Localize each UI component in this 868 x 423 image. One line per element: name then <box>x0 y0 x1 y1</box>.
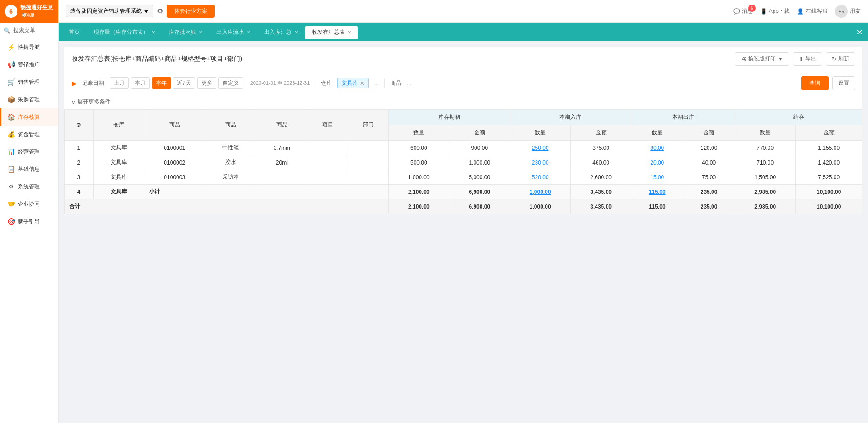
system-selector[interactable]: 装备及固定资产辅助管理系统 ▼ <box>66 5 153 17</box>
cell-in-qty-2[interactable]: 520.00 <box>510 170 570 185</box>
notification-badge: 6 <box>748 5 756 12</box>
subtotal-label: 小计 <box>144 185 389 199</box>
expand-arrow[interactable]: ▶ <box>72 80 77 87</box>
tabbar-close-icon[interactable]: ✕ <box>855 26 864 38</box>
nav-icon-8: ⚙ <box>7 182 15 191</box>
gear-settings-icon[interactable]: ⚙ <box>157 7 163 16</box>
expand-conditions-bar[interactable]: ∨ 展开更多条件 <box>64 95 862 109</box>
app-download-item[interactable]: 📱 App下载 <box>760 7 790 15</box>
date-btn-7days[interactable]: 近7天 <box>173 77 195 89</box>
print-button[interactable]: 🖨 换装版打印 ▼ <box>735 52 789 66</box>
online-service-item[interactable]: 👤 在线客服 <box>797 7 828 15</box>
cell-opening-amount-1: 1,000.00 <box>449 155 510 170</box>
tab-5[interactable]: 收发存汇总表✕ <box>305 26 358 39</box>
notification-icon-item[interactable]: 💬 消息 6 <box>733 7 753 15</box>
refresh-button[interactable]: ↻ 刷新 <box>826 52 855 66</box>
topbar-left: 装备及固定资产辅助管理系统 ▼ ⚙ 体验行业方案 <box>66 5 215 18</box>
tab-close-2[interactable]: ✕ <box>199 30 203 35</box>
nav-label-7: 基础信息 <box>18 165 40 173</box>
nav-icon-2: 🛒 <box>7 78 15 86</box>
total-out-amount: 235.00 <box>683 199 735 214</box>
col-goods-code-header: 商品 <box>144 110 205 141</box>
date-btn-more[interactable]: 更多 <box>197 77 216 89</box>
nav-label-4: 库存核算 <box>18 113 40 121</box>
col-opening-group-header: 库存期初 <box>388 110 510 125</box>
col-settings[interactable]: ⚙ <box>65 110 94 141</box>
nav-label-10: 新手引导 <box>18 218 40 225</box>
date-btn-last-month[interactable]: 上月 <box>110 77 129 89</box>
date-btn-custom[interactable]: 自定义 <box>218 77 243 89</box>
col-out-group-header: 本期出库 <box>631 110 735 125</box>
subtotal-closing-qty: 2,985.00 <box>735 185 796 199</box>
date-btn-this-month[interactable]: 本月 <box>131 77 150 89</box>
user-item[interactable]: Ea 用友 <box>835 5 861 18</box>
sidebar-item-企业协同[interactable]: 🤝企业协同 <box>0 195 58 213</box>
tab-close-1[interactable]: ✕ <box>151 30 155 35</box>
chevron-down-icon: ∨ <box>72 99 76 105</box>
sidebar-item-经营管理[interactable]: 📊经营管理 <box>0 143 58 160</box>
subtotal-out-qty[interactable]: 115.00 <box>631 185 683 199</box>
cell-warehouse-0: 文具库 <box>93 141 144 155</box>
print-icon: 🖨 <box>741 56 746 62</box>
subtotal-opening-qty: 2,100.00 <box>388 185 449 199</box>
sidebar-item-营销推广[interactable]: 📢营销推广 <box>0 56 58 73</box>
date-btn-this-year[interactable]: 本年 <box>152 77 171 89</box>
cell-department-1 <box>348 155 388 170</box>
warehouse-more-options[interactable]: ... <box>374 80 379 87</box>
avatar: Ea <box>835 5 848 18</box>
logo-icon: 6 <box>5 5 17 18</box>
cell-in-qty-1[interactable]: 230.00 <box>510 155 570 170</box>
sidebar-search-menu[interactable]: 🔍 搜索菜单 <box>0 23 58 38</box>
tab-4[interactable]: 出入库汇总✕ <box>258 26 304 39</box>
subtotal-in-qty[interactable]: 1,000.00 <box>510 185 570 199</box>
query-button[interactable]: 查询 <box>801 76 829 90</box>
cell-opening-amount-0: 900.00 <box>449 141 510 155</box>
tab-close-5[interactable]: ✕ <box>348 30 351 35</box>
page-card: 收发存汇总表(按仓库+商品编码+商品+规格型号+项目+部门) 🖨 换装版打印 ▼… <box>64 47 862 214</box>
export-button[interactable]: ⬆ 导出 <box>793 52 822 66</box>
phone-icon: 📱 <box>760 8 767 15</box>
tab-3[interactable]: 出入库流水✕ <box>210 26 257 39</box>
table-row: 2 文具库 0100002 胶水 20ml 500.00 1,000.00 23… <box>65 155 862 170</box>
goods-more-options[interactable]: ... <box>407 80 411 87</box>
cell-in-qty-0[interactable]: 250.00 <box>510 141 570 155</box>
export-icon: ⬆ <box>799 56 803 62</box>
cell-out-qty-1[interactable]: 20.00 <box>631 155 683 170</box>
tab-0[interactable]: 首页 <box>62 26 86 39</box>
system-name-label: 装备及固定资产辅助管理系统 <box>70 7 142 15</box>
tab-close-3[interactable]: ✕ <box>247 30 250 35</box>
sidebar: 6 畅捷通好生意 标准版 🔍 搜索菜单 ⚡快捷导航📢营销推广🛒销售管理📦采购管理… <box>0 0 59 423</box>
tab-2[interactable]: 库存批次账✕ <box>162 26 209 39</box>
cell-goods-name-0: 中性笔 <box>205 141 256 155</box>
sidebar-item-采购管理[interactable]: 📦采购管理 <box>0 91 58 108</box>
cell-goods-code-2: 0100003 <box>144 170 205 185</box>
tab-1[interactable]: 现存量（库存分布表）✕ <box>87 26 161 39</box>
cell-out-amount-0: 120.00 <box>683 141 735 155</box>
cell-warehouse-2: 文具库 <box>93 170 144 185</box>
cell-opening-qty-0: 600.00 <box>388 141 449 155</box>
sidebar-item-新手引导[interactable]: 🎯新手引导 <box>0 213 58 230</box>
total-opening-qty: 2,100.00 <box>388 199 449 214</box>
col-out-qty-header: 数量 <box>631 125 683 141</box>
sidebar-item-库存核算[interactable]: 🏠库存核算 <box>0 108 58 126</box>
col-closing-group-header: 结存 <box>735 110 862 125</box>
sidebar-item-系统管理[interactable]: ⚙系统管理 <box>0 178 58 195</box>
cell-closing-qty-1: 710.00 <box>735 155 796 170</box>
sidebar-item-销售管理[interactable]: 🛒销售管理 <box>0 73 58 91</box>
cell-out-qty-0[interactable]: 80.00 <box>631 141 683 155</box>
settings-button[interactable]: 设置 <box>832 76 855 90</box>
cell-out-amount-1: 40.00 <box>683 155 735 170</box>
sidebar-item-基础信息[interactable]: 📋基础信息 <box>0 160 58 178</box>
try-industry-button[interactable]: 体验行业方案 <box>167 5 215 18</box>
nav-label-1: 营销推广 <box>18 61 40 69</box>
warehouse-tag-remove-icon[interactable]: ✕ <box>360 80 365 87</box>
sidebar-item-资金管理[interactable]: 💰资金管理 <box>0 126 58 143</box>
cell-warehouse-1: 文具库 <box>93 155 144 170</box>
tab-close-4[interactable]: ✕ <box>294 30 298 35</box>
col-opening-amount-header: 金额 <box>449 125 510 141</box>
tabbar: 首页现存量（库存分布表）✕库存批次账✕出入库流水✕出入库汇总✕收发存汇总表✕ ✕ <box>59 23 868 41</box>
warehouse-filter-tag[interactable]: 文具库 ✕ <box>337 78 369 88</box>
tab-label-1: 现存量（库存分布表） <box>94 28 149 36</box>
cell-out-qty-2[interactable]: 15.00 <box>631 170 683 185</box>
sidebar-item-快捷导航[interactable]: ⚡快捷导航 <box>0 38 58 56</box>
